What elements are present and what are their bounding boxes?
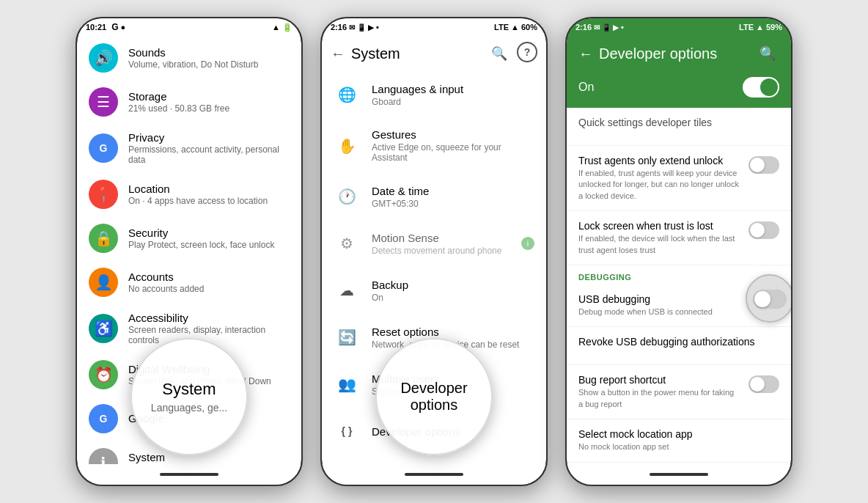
languages-title: Languages & input [372, 83, 463, 95]
lte-label-3: LTE [739, 23, 754, 32]
sidebar-item-location[interactable]: 📍 Location On · 4 apps have access to lo… [77, 172, 301, 216]
motion-badge: i [521, 237, 534, 250]
whatsapp-icon: 📱 [357, 23, 366, 32]
magnifier-title-2: Developer options [377, 380, 491, 414]
mock-location-title: Select mock location app [578, 428, 770, 440]
nav-bar-1 [77, 464, 301, 485]
phone-1: 10:21 G ● ▲ 🔋 🔊 Sounds Volume, vibration… [76, 17, 303, 486]
system-item-gestures[interactable]: ✋ Gestures Active Edge on, squeeze for y… [322, 118, 546, 173]
signal-bars-2: ▲ [511, 23, 519, 32]
status-bar-1: 10:21 G ● ▲ 🔋 [77, 18, 301, 36]
system-item-datetime[interactable]: 🕐 Date & time GMT+05:30 [322, 173, 546, 220]
magnifier-subtitle-1: Languages, ge... [151, 402, 227, 414]
phone-3: 2:16 ✉ 📱 ▶ • LTE ▲ 59% ← Developer optio… [565, 17, 792, 486]
trust-agents-subtitle: If enabled, trust agents will keep your … [578, 168, 740, 202]
developer-icon: { } [334, 418, 360, 444]
trust-agents-toggle[interactable] [749, 156, 779, 174]
location-subtitle: On · 4 apps have access to location [128, 196, 290, 206]
revoke-usb-title: Revoke USB debugging authorizations [578, 336, 770, 348]
sidebar-item-accounts[interactable]: 👤 Accounts No accounts added [77, 260, 301, 304]
bug-report-toggle[interactable] [749, 375, 779, 393]
gestures-icon: ✋ [334, 133, 360, 159]
languages-icon: 🌐 [334, 81, 360, 108]
gestures-title: Gestures [372, 128, 534, 141]
sidebar-item-storage[interactable]: ☰ Storage 21% used · 50.83 GB free [77, 80, 301, 124]
msg-icon-3: ✉ [594, 23, 600, 32]
accessibility-icon: ♿ [89, 314, 118, 343]
security-icon: 🔒 [89, 224, 118, 253]
trust-agents-title: Trust agents only extend unlock [578, 155, 740, 166]
back-button-2[interactable]: ← [331, 45, 345, 62]
nav-pill-2 [405, 473, 463, 476]
search-button-3[interactable]: 🔍 [756, 42, 779, 65]
help-button-2[interactable]: ? [517, 42, 537, 62]
lte-label-2: LTE [494, 23, 509, 32]
dev-item-quick-settings[interactable]: Quick settings developer tiles [567, 108, 791, 146]
dev-on-toggle[interactable] [743, 77, 779, 98]
accounts-title: Accounts [128, 271, 290, 283]
lock-screen-title: Lock screen when trust is lost [578, 220, 740, 232]
motion-subtitle: Detects movement around phone [372, 246, 521, 256]
system-item-backup[interactable]: ☁ Backup On [322, 267, 546, 314]
signal-icon: ● [120, 23, 125, 32]
dev-item-revoke-usb[interactable]: Revoke USB debugging authorizations [567, 327, 791, 365]
accessibility-title: Accessibility [128, 312, 290, 324]
system-icon: ℹ [89, 448, 118, 464]
dot-icon: • [376, 23, 379, 32]
wifi-icon: ▲ [272, 23, 280, 32]
sidebar-item-privacy[interactable]: G Privacy Permissions, account activity,… [77, 124, 301, 172]
time-3: 2:16 [575, 23, 592, 32]
quick-settings-title: Quick settings developer tiles [578, 117, 770, 128]
dev-item-gnss[interactable]: Force full GNSS measurements Track all G… [567, 463, 791, 464]
status-bar-3: 2:16 ✉ 📱 ▶ • LTE ▲ 59% [567, 18, 791, 36]
lock-screen-subtitle: If enabled, the device will lock when th… [578, 233, 740, 256]
motion-icon: ⚙ [334, 230, 360, 257]
dev-item-trust-agents[interactable]: Trust agents only extend unlock If enabl… [567, 146, 791, 211]
system-item-languages[interactable]: 🌐 Languages & input Gboard [322, 71, 546, 118]
google-settings-icon: G [89, 404, 118, 433]
top-bar-2: ← System 🔍 ? [322, 36, 546, 71]
nav-pill-3 [650, 473, 708, 476]
wa-icon-3: 📱 [602, 23, 611, 32]
usb-debug-toggle[interactable] [753, 290, 787, 309]
bug-report-subtitle: Show a button in the power menu for taki… [578, 387, 740, 410]
time-1: 10:21 [86, 23, 106, 32]
usb-debug-highlight [746, 274, 791, 323]
dev-item-bug-report[interactable]: Bug report shortcut Show a button in the… [567, 365, 791, 419]
google-icon: G [111, 22, 118, 32]
backup-title: Backup [372, 279, 408, 291]
magnifier-circle-2: Developer options [375, 338, 493, 455]
datetime-subtitle: GMT+05:30 [372, 199, 429, 209]
digital-wellbeing-icon: ⏰ [89, 360, 118, 389]
storage-subtitle: 21% used · 50.83 GB free [128, 103, 290, 114]
datetime-title: Date & time [372, 185, 429, 197]
dev-item-mock-location[interactable]: Select mock location app No mock locatio… [567, 419, 791, 462]
security-subtitle: Play Protect, screen lock, face unlock [128, 240, 290, 250]
system-item-motion[interactable]: ⚙ Motion Sense Detects movement around p… [322, 220, 546, 267]
motion-title: Motion Sense [372, 232, 521, 244]
msg-icon: ✉ [349, 23, 355, 32]
lock-screen-toggle[interactable] [749, 221, 779, 239]
status-bar-2: 2:16 ✉ 📱 ▶ • LTE ▲ 60% [322, 18, 546, 36]
system-item-update[interactable]: 📱 System update [322, 455, 546, 464]
battery-2: 60% [521, 23, 537, 32]
dev-item-usb-debug[interactable]: USB debugging Debug mode when USB is con… [567, 284, 791, 327]
reset-title: Reset options [372, 326, 519, 338]
sidebar-item-sounds[interactable]: 🔊 Sounds Volume, vibration, Do Not Distu… [77, 36, 301, 80]
dev-title: Developer options [599, 45, 756, 62]
dev-item-lock-screen[interactable]: Lock screen when trust is lost If enable… [567, 211, 791, 265]
bug-report-title: Bug report shortcut [578, 374, 740, 386]
sidebar-item-security[interactable]: 🔒 Security Play Protect, screen lock, fa… [77, 216, 301, 260]
back-button-3[interactable]: ← [578, 45, 593, 62]
usb-debug-title: USB debugging [578, 293, 770, 305]
search-button-2[interactable]: 🔍 [488, 42, 511, 65]
dev-on-row: On [567, 71, 791, 108]
usb-debug-subtitle: Debug mode when USB is connected [578, 306, 770, 317]
mock-location-subtitle: No mock location app set [578, 441, 770, 452]
battery-icon-1: 🔋 [282, 23, 293, 32]
storage-title: Storage [128, 90, 290, 103]
battery-3: 59% [766, 23, 782, 32]
privacy-icon: G [89, 133, 118, 163]
storage-icon: ☰ [89, 87, 118, 117]
location-icon: 📍 [89, 180, 118, 209]
